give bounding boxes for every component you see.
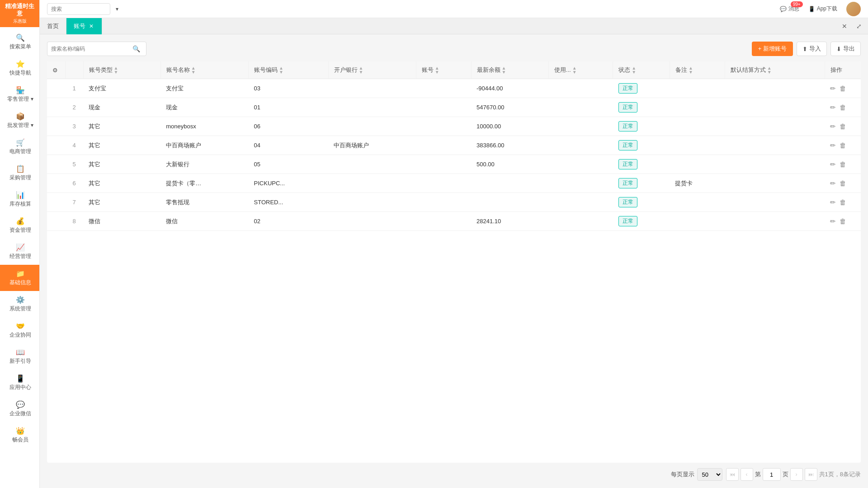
col-code[interactable]: 账号编码▲▼ [249, 61, 328, 79]
sidebar: 精准通时生意 乐惠版 🔍 搜索菜单 ⭐ 快捷导航 🏪 零售管理 ▾ 📦 批发管理… [0, 0, 40, 488]
edit-btn-0[interactable]: ✏ [830, 84, 836, 93]
operations-mgmt-label: 经营管理 [9, 253, 31, 260]
sidebar-item-app-center[interactable]: 📱 应用中心 [0, 370, 39, 396]
sidebar-item-finance-mgmt[interactable]: 💰 资金管理 [0, 212, 39, 239]
col-bank[interactable]: 开户银行▲▼ [328, 61, 416, 79]
sidebar-item-inventory[interactable]: 📊 库存核算 [0, 186, 39, 212]
table-row: 1 支付宝 支付宝 03 -90444.00 正常 ✏ 🗑 [47, 79, 861, 98]
col-name[interactable]: 账号名称▲▼ [160, 61, 248, 79]
sidebar-item-beginner-guide[interactable]: 📖 新手引导 [0, 343, 39, 370]
tab-home[interactable]: 首页 [40, 18, 66, 34]
delete-btn-7[interactable]: 🗑 [840, 217, 846, 225]
message-button[interactable]: 💬 消息 99+ [780, 5, 799, 13]
row-type-4: 其它 [83, 155, 160, 174]
row-account-2 [416, 117, 471, 136]
row-settlement-1 [725, 98, 825, 117]
delete-btn-4[interactable]: 🗑 [840, 160, 846, 169]
row-index-7: 8 [65, 212, 83, 231]
sidebar-item-enterprise-collab[interactable]: 🤝 企业协同 [0, 317, 39, 343]
row-remark-1 [670, 98, 725, 117]
sidebar-item-enterprise-wechat[interactable]: 💬 企业微信 [0, 396, 39, 422]
edit-btn-5[interactable]: ✏ [830, 179, 836, 188]
export-button[interactable]: ⬇ 导出 [830, 42, 861, 56]
edit-btn-2[interactable]: ✏ [830, 122, 836, 131]
sidebar-item-search-menu[interactable]: 🔍 搜索菜单 [0, 29, 39, 55]
delete-btn-1[interactable]: 🗑 [840, 103, 846, 112]
sidebar-item-retail-mgmt[interactable]: 🏪 零售管理 ▾ [0, 81, 39, 108]
edit-btn-7[interactable]: ✏ [830, 217, 836, 225]
row-usage-5 [548, 174, 613, 193]
basic-info-label: 基础信息 [9, 279, 31, 286]
delete-btn-2[interactable]: 🗑 [840, 122, 846, 131]
row-status-2: 正常 [613, 117, 670, 136]
row-usage-6 [548, 193, 613, 212]
search-input[interactable] [51, 46, 132, 52]
system-mgmt-icon: ⚙️ [16, 296, 25, 304]
col-action-label: 操作 [830, 66, 842, 74]
purchase-mgmt-label: 采购管理 [9, 174, 31, 182]
user-avatar[interactable] [846, 2, 861, 16]
page-number-input[interactable] [763, 468, 781, 481]
delete-btn-3[interactable]: 🗑 [840, 141, 846, 150]
page-last-btn[interactable]: ⏭ [805, 468, 817, 481]
sidebar-item-basic-info[interactable]: 📁 基础信息 [0, 265, 39, 291]
col-type-label: 账号类型 [89, 66, 113, 74]
col-status[interactable]: 状态▲▼ [613, 61, 670, 79]
row-index-3: 4 [65, 136, 83, 155]
tab-account-close[interactable]: ✕ [88, 23, 94, 29]
sidebar-item-ecommerce-mgmt[interactable]: 🛒 电商管理 [0, 134, 39, 160]
topbar-dropdown[interactable]: ▾ [116, 6, 118, 12]
sidebar-item-purchase-mgmt[interactable]: 📋 采购管理 [0, 160, 39, 186]
sidebar-item-quick-nav[interactable]: ⭐ 快捷导航 [0, 55, 39, 81]
col-settlement[interactable]: 默认结算方式▲▼ [725, 61, 825, 79]
message-badge: 99+ [791, 1, 803, 7]
row-action-3: ✏ 🗑 [825, 136, 861, 155]
window-controls: ✕ ⤢ [839, 21, 868, 32]
status-badge-7: 正常 [618, 216, 637, 226]
search-icon[interactable]: 🔍 [132, 45, 140, 52]
app-download-button[interactable]: 📱 App下载 [808, 5, 837, 13]
topbar-search-input[interactable] [47, 3, 110, 15]
sort-status-icon: ▲▼ [632, 66, 636, 74]
col-type[interactable]: 账号类型▲▼ [83, 61, 160, 79]
row-remark-0 [670, 79, 725, 98]
col-account[interactable]: 账号▲▼ [416, 61, 471, 79]
basic-info-icon: 📁 [16, 269, 25, 278]
edit-btn-1[interactable]: ✏ [830, 103, 836, 112]
status-badge-2: 正常 [618, 121, 637, 131]
page-next-btn[interactable]: › [790, 468, 803, 481]
col-remark[interactable]: 备注▲▼ [670, 61, 725, 79]
edit-btn-4[interactable]: ✏ [830, 160, 836, 169]
tab-home-label: 首页 [47, 22, 59, 30]
sort-settlement-icon: ▲▼ [767, 66, 772, 74]
page-prev-btn[interactable]: ‹ [741, 468, 753, 481]
col-balance[interactable]: 最新余额▲▼ [471, 61, 548, 79]
page-first-btn[interactable]: ⏮ [726, 468, 739, 481]
row-balance-1: 547670.00 [471, 98, 548, 117]
row-status-1: 正常 [613, 98, 670, 117]
maximize-window-btn[interactable]: ⤢ [854, 21, 864, 32]
col-settings[interactable]: ⚙ [47, 61, 65, 79]
delete-btn-6[interactable]: 🗑 [840, 198, 846, 206]
edit-btn-3[interactable]: ✏ [830, 141, 836, 150]
row-settlement-4 [725, 155, 825, 174]
add-account-button[interactable]: + 新增账号 [752, 42, 793, 56]
tab-account[interactable]: 账号 ✕ [66, 18, 102, 34]
per-page-select[interactable]: 50 100 [697, 468, 722, 481]
delete-btn-0[interactable]: 🗑 [840, 84, 846, 93]
delete-btn-5[interactable]: 🗑 [840, 179, 846, 188]
col-remark-label: 备注 [675, 66, 687, 74]
sidebar-item-operations-mgmt[interactable]: 📈 经营管理 [0, 239, 39, 265]
row-account-0 [416, 79, 471, 98]
close-window-btn[interactable]: ✕ [839, 21, 850, 32]
import-button[interactable]: ⬆ 导入 [797, 42, 827, 56]
vip-member-icon: 👑 [16, 427, 25, 435]
sidebar-item-system-mgmt[interactable]: ⚙️ 系统管理 [0, 291, 39, 317]
sidebar-item-wholesale-mgmt[interactable]: 📦 批发管理 ▾ [0, 108, 39, 134]
col-code-label: 账号编码 [254, 66, 278, 74]
content-area: 🔍 + 新增账号 ⬆ 导入 ⬇ 导出 ⚙ [40, 34, 868, 488]
col-usage[interactable]: 使用...▲▼ [548, 61, 613, 79]
edit-btn-6[interactable]: ✏ [830, 198, 836, 206]
sidebar-item-vip-member[interactable]: 👑 畅会员 [0, 422, 39, 448]
row-settlement-6 [725, 193, 825, 212]
